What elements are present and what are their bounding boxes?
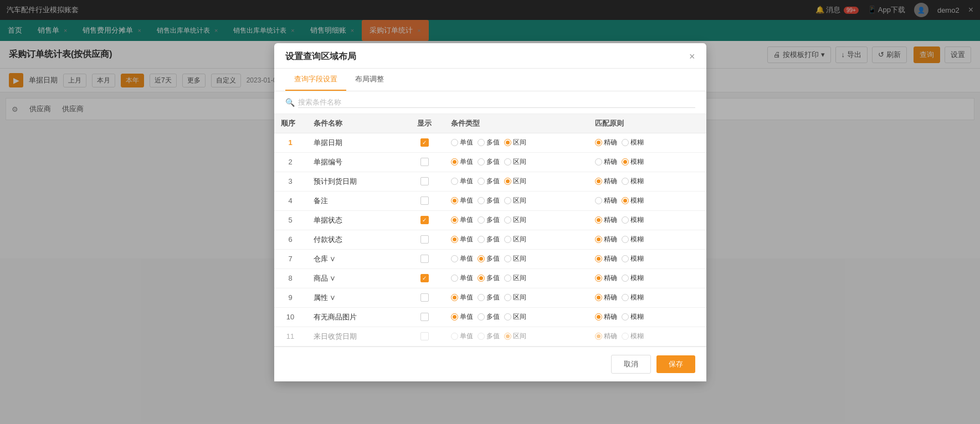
row-condition-name: 单据状态 <box>307 210 405 230</box>
row-num: 4 <box>274 191 307 210</box>
row-show-checkbox[interactable] <box>405 191 444 210</box>
dialog-tabs: 查询字段设置 布局调整 <box>274 69 706 91</box>
radio-match-模糊[interactable]: 模糊 <box>622 177 644 186</box>
row-type-options: 单值多值区间 <box>444 152 588 172</box>
table-row: 5单据状态单值多值区间精确模糊 <box>274 210 706 230</box>
radio-match-模糊[interactable]: 模糊 <box>622 157 644 167</box>
row-condition-name: 单据编号 <box>307 152 405 172</box>
row-match-options: 精确模糊 <box>588 172 706 191</box>
row-condition-name: 备注 <box>307 191 405 210</box>
radio-type-区间[interactable]: 区间 <box>504 215 526 225</box>
row-match-options: 精确模糊 <box>588 152 706 172</box>
table-row: 6付款状态单值多值区间精确模糊 <box>274 230 706 249</box>
radio-match-模糊[interactable]: 模糊 <box>622 215 644 225</box>
table-row: 3预计到货日期单值多值区间精确模糊 <box>274 172 706 191</box>
col-header-shunxu: 顺序 <box>274 114 307 133</box>
radio-match-精确[interactable]: 精确 <box>595 177 617 186</box>
row-num: 3 <box>274 172 307 191</box>
radio-match-精确[interactable]: 精确 <box>595 215 617 225</box>
row-type-options: 单值多值区间 <box>444 210 588 230</box>
row-num: 1 <box>274 133 307 152</box>
dialog-overlay: 设置查询区域布局 × 查询字段设置 布局调整 🔍 顺序 条件名称 显示 条件类型 <box>0 0 980 258</box>
radio-match-模糊[interactable]: 模糊 <box>622 196 644 205</box>
col-header-match: 匹配原则 <box>588 114 706 133</box>
row-match-options: 精确模糊 <box>588 249 706 258</box>
radio-type-多值[interactable]: 多值 <box>478 138 500 147</box>
col-header-type: 条件类型 <box>444 114 588 133</box>
radio-type-多值[interactable]: 多值 <box>478 254 500 258</box>
table-row: 1单据日期单值多值区间精确模糊 <box>274 133 706 152</box>
row-condition-name: 预计到货日期 <box>307 172 405 191</box>
radio-match-模糊[interactable]: 模糊 <box>622 138 644 147</box>
radio-type-多值[interactable]: 多值 <box>478 215 500 225</box>
settings-dialog: 设置查询区域布局 × 查询字段设置 布局调整 🔍 顺序 条件名称 显示 条件类型 <box>274 43 706 259</box>
row-type-options: 单值多值区间 <box>444 133 588 152</box>
dialog-header: 设置查询区域布局 × <box>274 43 706 69</box>
tab-query-fields[interactable]: 查询字段设置 <box>285 69 346 91</box>
radio-type-单值[interactable]: 单值 <box>451 235 473 244</box>
row-num: 7 <box>274 249 307 258</box>
radio-match-精确[interactable]: 精确 <box>595 254 617 258</box>
table-row: 7仓库 ∨单值多值区间精确模糊 <box>274 249 706 258</box>
radio-type-区间[interactable]: 区间 <box>504 196 526 205</box>
row-condition-name: 单据日期 <box>307 133 405 152</box>
radio-type-多值[interactable]: 多值 <box>478 177 500 186</box>
row-show-checkbox[interactable] <box>405 152 444 172</box>
radio-type-区间[interactable]: 区间 <box>504 254 526 258</box>
dialog-close-btn[interactable]: × <box>689 51 695 63</box>
radio-match-模糊[interactable]: 模糊 <box>622 254 644 258</box>
row-match-options: 精确模糊 <box>588 191 706 210</box>
col-header-show: 显示 <box>405 114 444 133</box>
radio-type-单值[interactable]: 单值 <box>451 254 473 258</box>
col-header-name: 条件名称 <box>307 114 405 133</box>
row-num: 6 <box>274 230 307 249</box>
row-show-checkbox[interactable] <box>405 172 444 191</box>
row-num: 2 <box>274 152 307 172</box>
radio-match-精确[interactable]: 精确 <box>595 157 617 167</box>
row-condition-name: 仓库 ∨ <box>307 249 405 258</box>
table-row: 4备注单值多值区间精确模糊 <box>274 191 706 210</box>
row-show-checkbox[interactable] <box>405 133 444 152</box>
search-input[interactable] <box>298 97 695 108</box>
radio-match-模糊[interactable]: 模糊 <box>622 235 644 244</box>
radio-type-单值[interactable]: 单值 <box>451 177 473 186</box>
dialog-search-bar: 🔍 <box>274 91 706 114</box>
radio-type-单值[interactable]: 单值 <box>451 196 473 205</box>
row-show-checkbox[interactable] <box>405 210 444 230</box>
dialog-title: 设置查询区域布局 <box>285 51 356 63</box>
row-type-options: 单值多值区间 <box>444 172 588 191</box>
row-match-options: 精确模糊 <box>588 210 706 230</box>
row-num: 5 <box>274 210 307 230</box>
radio-type-多值[interactable]: 多值 <box>478 235 500 244</box>
row-condition-name: 付款状态 <box>307 230 405 249</box>
radio-type-区间[interactable]: 区间 <box>504 157 526 167</box>
row-match-options: 精确模糊 <box>588 230 706 249</box>
radio-type-单值[interactable]: 单值 <box>451 138 473 147</box>
radio-type-单值[interactable]: 单值 <box>451 215 473 225</box>
table-row: 2单据编号单值多值区间精确模糊 <box>274 152 706 172</box>
row-type-options: 单值多值区间 <box>444 191 588 210</box>
search-icon: 🔍 <box>285 98 295 107</box>
row-type-options: 单值多值区间 <box>444 249 588 258</box>
radio-match-精确[interactable]: 精确 <box>595 196 617 205</box>
radio-match-精确[interactable]: 精确 <box>595 235 617 244</box>
radio-type-单值[interactable]: 单值 <box>451 157 473 167</box>
tab-layout-adjust[interactable]: 布局调整 <box>346 69 393 91</box>
dialog-table: 顺序 条件名称 显示 条件类型 匹配原则 1单据日期单值多值区间精确模糊2单据编… <box>274 114 706 259</box>
row-match-options: 精确模糊 <box>588 133 706 152</box>
radio-type-区间[interactable]: 区间 <box>504 138 526 147</box>
radio-match-精确[interactable]: 精确 <box>595 138 617 147</box>
row-type-options: 单值多值区间 <box>444 230 588 249</box>
radio-type-多值[interactable]: 多值 <box>478 157 500 167</box>
row-show-checkbox[interactable] <box>405 230 444 249</box>
radio-type-区间[interactable]: 区间 <box>504 177 526 186</box>
radio-type-多值[interactable]: 多值 <box>478 196 500 205</box>
row-show-checkbox[interactable] <box>405 249 444 258</box>
radio-type-区间[interactable]: 区间 <box>504 235 526 244</box>
